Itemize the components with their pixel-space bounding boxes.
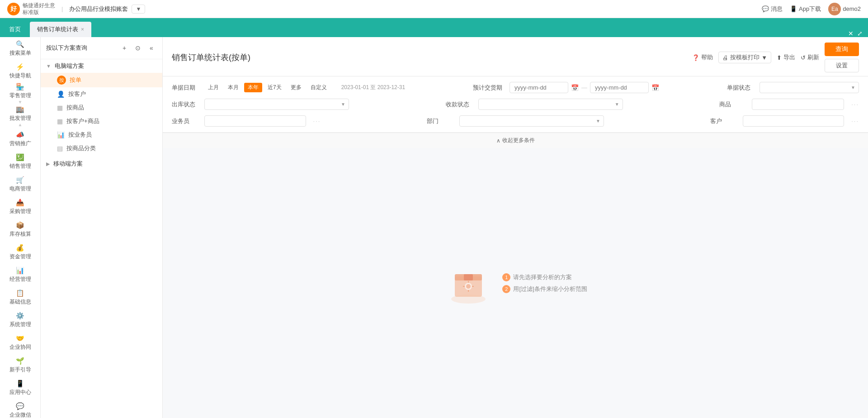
date-range-display: 2023-01-01 至 2023-12-31 (341, 84, 405, 91)
empty-content: 1 请先选择要分析的方案 2 用[过滤]条件来缩小分析范围 (443, 258, 587, 308)
help-icon: ❓ (692, 54, 699, 61)
expected-date-start[interactable] (509, 82, 568, 93)
close-window-btn[interactable]: ✕ (848, 30, 854, 37)
calendar-icon-1: 📅 (571, 84, 579, 91)
add-scheme-btn[interactable]: + (119, 43, 130, 53)
salesperson-label: 业务员 (172, 117, 197, 125)
customer-label: 客户 (710, 117, 736, 125)
current-month-btn[interactable]: 本月 (224, 83, 242, 92)
ship-status-label: 出库状态 (172, 100, 197, 109)
custom-date-btn[interactable]: 自定义 (307, 83, 330, 92)
last-month-btn[interactable]: 上月 (204, 83, 222, 92)
payment-status-label: 收款状态 (446, 100, 471, 109)
scheme-by-category[interactable]: ▤ 按商品分类 (41, 142, 162, 155)
refresh-icon: ↺ (801, 54, 806, 61)
export-btn[interactable]: ⬆ 导出 (777, 53, 795, 62)
sidebar-item-corp[interactable]: 🤝 企业协同 (0, 331, 40, 354)
expected-date-end[interactable] (590, 82, 649, 93)
sp-scheme-icon: 📊 (57, 131, 65, 138)
department-select[interactable] (459, 115, 604, 127)
app-dropdown[interactable]: ▼ (132, 5, 145, 14)
maximize-window-btn[interactable]: ⤢ (857, 30, 863, 37)
sidebar-item-system[interactable]: ⚙️ 系统管理 (0, 309, 40, 331)
query-button[interactable]: 查询 (825, 43, 859, 56)
sidebar-item-wholesale[interactable]: 🏬 批发管理 ▲ (0, 105, 40, 128)
sidebar-item-retail[interactable]: 🏪 零售管理 ▼ (0, 82, 40, 105)
hint-num-2: 2 (502, 285, 510, 293)
edit-icon: ⊙ (135, 44, 141, 52)
query-btn-group: 查询 设置 (825, 43, 859, 72)
page-header: 销售订单统计表(按单) ❓ 帮助 🖨 按模板打印 ▼ ⬆ 导出 ↺ 刷新 (163, 37, 868, 76)
tab-home[interactable]: 首页 (2, 22, 28, 37)
collapse-panel-btn[interactable]: « (146, 43, 157, 53)
customer-input[interactable] (743, 115, 844, 127)
tab-active[interactable]: 销售订单统计表 × (30, 22, 91, 37)
ship-status-wrapper: ▼ (204, 99, 349, 110)
help-btn[interactable]: ❓ 帮助 (692, 53, 713, 62)
sidebar-item-purchase[interactable]: 📥 采购管理 (0, 195, 40, 218)
payment-status-wrapper: ▼ (478, 99, 623, 110)
salesperson-input[interactable] (204, 115, 306, 127)
ship-status-select[interactable] (204, 99, 349, 110)
sidebar: 🔍 搜索菜单 ⚡ 快捷导航 🏪 零售管理 ▼ 🏬 批发管理 ▲ 📣 营销推广 💹… (0, 37, 41, 418)
message-btn[interactable]: 💬 消息 (762, 5, 783, 13)
refresh-btn[interactable]: ↺ 刷新 (801, 53, 819, 62)
app-download-btn[interactable]: 📱 App下载 (790, 5, 821, 13)
scheme-by-goods[interactable]: ▦ 按商品 (41, 101, 162, 114)
goods-input[interactable] (752, 99, 844, 110)
sidebar-item-inventory[interactable]: 📦 库存核算 (0, 218, 40, 241)
empty-state-text: 1 请先选择要分析的方案 2 用[过滤]条件来缩小分析范围 (502, 273, 587, 293)
window-controls: ✕ ⤢ (848, 30, 863, 37)
bill-status-wrapper: ▼ (760, 82, 859, 93)
settings-button[interactable]: 设置 (825, 59, 859, 72)
sidebar-item-sales[interactable]: 💹 销售管理 (0, 150, 40, 173)
tab-close-btn[interactable]: × (81, 26, 84, 33)
mobile-scheme-group[interactable]: ▶ 移动端方案 (41, 157, 162, 171)
print-icon: 🖨 (722, 54, 728, 61)
sidebar-item-business[interactable]: 📊 经营管理 (0, 263, 40, 286)
sidebar-search-menu[interactable]: 🔍 搜索菜单 (0, 37, 40, 60)
edit-scheme-btn[interactable]: ⊙ (132, 43, 143, 53)
payment-status-select[interactable] (478, 99, 623, 110)
current-year-btn[interactable]: 本年 (244, 83, 262, 92)
sidebar-item-newbie[interactable]: 🌱 新手引导 (0, 354, 40, 376)
pc-scheme-group[interactable]: ▼ 电脑端方案 (41, 59, 162, 73)
left-panel-title: 按以下方案查询 (46, 44, 87, 52)
last7days-btn[interactable]: 近7天 (264, 83, 285, 92)
print-btn[interactable]: 🖨 按模板打印 ▼ (718, 52, 771, 63)
left-panel-actions: + ⊙ « (119, 43, 157, 53)
scheme-by-customer-goods[interactable]: ▦ 按客户+商品 (41, 114, 162, 128)
retail-icon: 🏪 (16, 83, 24, 91)
sidebar-item-corpwechat[interactable]: 💬 企业微信 (0, 399, 40, 418)
sidebar-quick-nav[interactable]: ⚡ 快捷导航 (0, 60, 40, 82)
tab-bar: 首页 销售订单统计表 × ✕ ⤢ (0, 18, 868, 37)
filter-row-2: 出库状态 ▼ 收款状态 ▼ 商品 ··· (172, 99, 859, 110)
salesperson-more-btn[interactable]: ··· (313, 118, 321, 124)
sidebar-item-ecommerce[interactable]: 🛒 电商管理 (0, 173, 40, 195)
customer-more-btn[interactable]: ··· (851, 118, 859, 124)
nav-icon: ⚡ (16, 63, 24, 71)
scheme-by-order[interactable]: 按 按单 (41, 73, 162, 87)
cat-scheme-icon: ▤ (57, 145, 63, 152)
chevron-up-icon: ∧ (496, 138, 500, 144)
sidebar-item-appcenter[interactable]: 📱 应用中心 (0, 376, 40, 399)
sidebar-item-basic[interactable]: 📋 基础信息 (0, 286, 40, 309)
user-area[interactable]: Ea demo2 (828, 3, 861, 15)
collapse-bar[interactable]: ∧ 收起更多条件 (163, 133, 868, 148)
avatar: Ea (828, 3, 841, 15)
by-order-icon: 按 (57, 76, 66, 85)
bill-status-select[interactable] (760, 82, 859, 93)
more-date-btn[interactable]: 更多 (287, 83, 305, 92)
top-bar: 好 畅捷通好生意 标准版 | 办公用品行业模拟账套 ▼ 💬 消息 📱 App下载… (0, 0, 868, 18)
bottom-area: 1 请先选择要分析的方案 2 用[过滤]条件来缩小分析范围 (163, 148, 868, 418)
sidebar-item-finance[interactable]: 💰 资金管理 (0, 241, 40, 263)
wholesale-icon: 🏬 (16, 105, 24, 114)
sidebar-item-marketing[interactable]: 📣 营销推广 (0, 128, 40, 150)
top-bar-right: 💬 消息 📱 App下载 Ea demo2 (762, 3, 861, 15)
scheme-by-customer[interactable]: 👤 按客户 (41, 87, 162, 101)
department-label: 部门 (427, 117, 452, 125)
scheme-by-salesperson[interactable]: 📊 按业务员 (41, 128, 162, 142)
print-dropdown-icon: ▼ (761, 54, 767, 61)
main-layout: 🔍 搜索菜单 ⚡ 快捷导航 🏪 零售管理 ▼ 🏬 批发管理 ▲ 📣 营销推广 💹… (0, 37, 868, 418)
goods-more-btn[interactable]: ··· (851, 101, 859, 108)
